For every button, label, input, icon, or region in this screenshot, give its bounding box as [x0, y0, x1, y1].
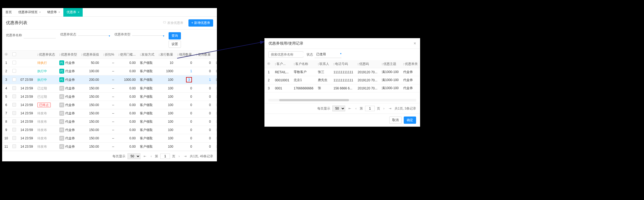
search-input[interactable]: [271, 53, 311, 56]
close-icon[interactable]: ×: [59, 11, 60, 14]
row-checkbox[interactable]: [12, 61, 16, 64]
share-icon[interactable]: [216, 136, 217, 140]
share-icon[interactable]: [216, 119, 217, 123]
distribute-icon: [163, 21, 166, 24]
row-checkbox[interactable]: [12, 69, 16, 73]
chevron-down-icon: ▾: [340, 52, 341, 55]
next-page-button[interactable]: ›: [177, 154, 181, 158]
row-checkbox[interactable]: [12, 144, 16, 148]
settings-button[interactable]: 设置: [169, 41, 181, 48]
row-checkbox[interactable]: [12, 111, 16, 115]
col-code[interactable]: ▴▾优惠码: [355, 60, 380, 68]
table-row[interactable]: 4 14 23:59 已过期 代代金券 150.00 -- 0.00 客户领取 …: [2, 84, 217, 93]
type-badge: 代: [59, 128, 64, 132]
first-page-button[interactable]: ⇤: [347, 107, 352, 110]
share-icon[interactable]: [216, 128, 217, 132]
table-row[interactable]: 9 14 23:59 待发布 代代金券 150.00 -- 0.00 客户领取 …: [2, 126, 217, 134]
last-page-button[interactable]: ⇥: [388, 107, 392, 110]
col-phone[interactable]: ▴▾电话号码: [331, 60, 355, 68]
row-checkbox[interactable]: [12, 119, 16, 123]
col-type[interactable]: ▴▾优惠券类: [401, 60, 420, 68]
row-checkbox[interactable]: [12, 103, 16, 107]
gear-icon: [267, 62, 271, 66]
status-badge: 执行中: [37, 69, 47, 73]
checkbox-header[interactable]: [10, 51, 18, 59]
table-row[interactable]: 3 07 23:59 执行中 代代金券 200.00 -- 1000.00 客户…: [2, 75, 217, 84]
col-status[interactable]: ▴▾优惠券状态: [35, 51, 57, 59]
claim-qty-link[interactable]: 3: [186, 77, 192, 82]
table-row[interactable]: 1 待执行 代代金券 50.00 -- 0.00 客户领取 10 0 0: [2, 59, 217, 67]
prev-page-button[interactable]: ‹: [354, 107, 358, 110]
search-box[interactable]: [268, 51, 303, 58]
row-checkbox[interactable]: [12, 136, 16, 140]
coupon-name-input[interactable]: [24, 32, 56, 38]
confirm-button[interactable]: 确定: [404, 117, 416, 124]
share-icon[interactable]: [216, 103, 217, 107]
tab-detail[interactable]: 优惠券详情页×: [15, 8, 44, 17]
table-row[interactable]: 5 14 23:59 已过期 代代金券 150.00 -- 0.00 客户领取 …: [2, 93, 217, 101]
last-page-button[interactable]: ⇥: [183, 154, 188, 158]
col-subject[interactable]: ▴▾优惠主题: [380, 60, 401, 68]
table-row[interactable]: 2 执行中 代代金券 100.00 -- 0.00 客户领取 1000 1 0: [2, 67, 217, 75]
first-page-button[interactable]: ⇤: [143, 154, 147, 158]
close-icon[interactable]: ×: [78, 11, 79, 14]
coupon-list-panel: 首页 优惠券详情页× 销货单× 优惠券× 优惠券列表 发放优惠券 + 新增优惠券…: [2, 8, 217, 161]
per-page-select[interactable]: 50: [332, 106, 345, 111]
col-cust-name[interactable]: ▴▾客户名称: [292, 60, 316, 68]
share-icon[interactable]: [216, 94, 217, 98]
prev-page-button[interactable]: ‹: [150, 154, 153, 158]
table-row[interactable]: 7 14 23:59 待发布 代代金券 150.00 -- 0.00 客户领取 …: [2, 109, 217, 118]
table-row[interactable]: 3 0001 17666666666 张 156 6666 6... 20191…: [265, 84, 420, 92]
distribute-coupon-button[interactable]: 发放优惠券: [160, 19, 186, 27]
status-badge: 执行中: [37, 78, 47, 82]
col-cust-no[interactable]: ▴▾客户...: [273, 60, 292, 68]
use-qty-link[interactable]: 1: [209, 78, 211, 82]
share-icon[interactable]: [216, 144, 217, 148]
col-type[interactable]: ▴▾优惠券类型: [57, 51, 79, 59]
share-icon[interactable]: [216, 111, 217, 115]
gear-column[interactable]: [2, 51, 10, 59]
table-row[interactable]: 11 14 23:59 待发布 代代金券 150.00 -- 0.00 客户领取…: [2, 143, 217, 151]
col-claim-qty[interactable]: ▴▾领用数量: [175, 51, 194, 59]
col-issue-qty[interactable]: ▴▾发行数量: [157, 51, 175, 59]
col-face[interactable]: ▴▾优惠券面值: [79, 51, 101, 59]
table-row[interactable]: 6 14 23:59 已终止 代代金券 150.00 -- 0.00 客户领取 …: [2, 101, 217, 109]
share-icon[interactable]: [216, 61, 217, 64]
gear-column[interactable]: [265, 60, 273, 68]
col-contact[interactable]: ▴▾联系人: [316, 60, 331, 68]
query-button[interactable]: 查询: [169, 32, 181, 39]
close-icon[interactable]: ×: [414, 41, 416, 46]
row-checkbox[interactable]: [12, 86, 16, 90]
share-icon[interactable]: [216, 78, 217, 81]
col-threshold[interactable]: ▴▾使用门槛...: [116, 51, 138, 59]
modal-status-select[interactable]: 已使用▾: [315, 51, 341, 58]
coupon-table: ▴▾优惠券状态 ▴▾优惠券类型 ▴▾优惠券面值 ▴▾折扣% ▴▾使用门槛... …: [2, 51, 217, 151]
table-row[interactable]: 10 14 23:59 待发布 代代金券 150.00 -- 0.00 客户领取…: [2, 134, 217, 143]
col-use-qty[interactable]: ▴▾使用数量: [194, 51, 213, 59]
next-page-button[interactable]: ›: [382, 107, 385, 110]
table-row[interactable]: 8 14 23:59 待发布 代代金券 150.00 -- 0.00 客户领取 …: [2, 118, 217, 126]
table-row[interactable]: 1 RETAIL... 零散客户 张三 11111111111 2019120 …: [265, 68, 420, 76]
page-input[interactable]: [365, 106, 375, 111]
cancel-button[interactable]: 取消: [389, 117, 402, 124]
coupon-status-select[interactable]: ▾: [78, 33, 110, 36]
table-row[interactable]: 2 00010001 北京1 唐先生 11111111111 2019120 7…: [265, 76, 420, 84]
share-icon[interactable]: [216, 86, 217, 90]
page-input[interactable]: [160, 154, 170, 159]
coupon-type-select[interactable]: ▾: [132, 33, 164, 36]
col-discount[interactable]: ▴▾折扣%: [101, 51, 117, 59]
add-coupon-button[interactable]: + 新增优惠券: [188, 19, 213, 27]
per-page-select[interactable]: 50: [128, 153, 140, 159]
row-checkbox[interactable]: [12, 94, 16, 98]
horizontal-scrollbar[interactable]: [268, 99, 416, 101]
type-badge: 代: [59, 77, 64, 82]
tab-home[interactable]: 首页: [2, 8, 15, 17]
claim-qty-link[interactable]: 1: [190, 69, 192, 73]
row-checkbox[interactable]: [12, 128, 16, 132]
share-icon[interactable]: [216, 69, 217, 73]
col-distribute[interactable]: ▴▾发放方式: [138, 51, 157, 59]
tab-sales[interactable]: 销货单×: [44, 8, 63, 17]
close-icon[interactable]: ×: [39, 11, 41, 14]
tab-coupon[interactable]: 优惠券×: [63, 8, 83, 17]
row-checkbox[interactable]: [12, 78, 16, 81]
